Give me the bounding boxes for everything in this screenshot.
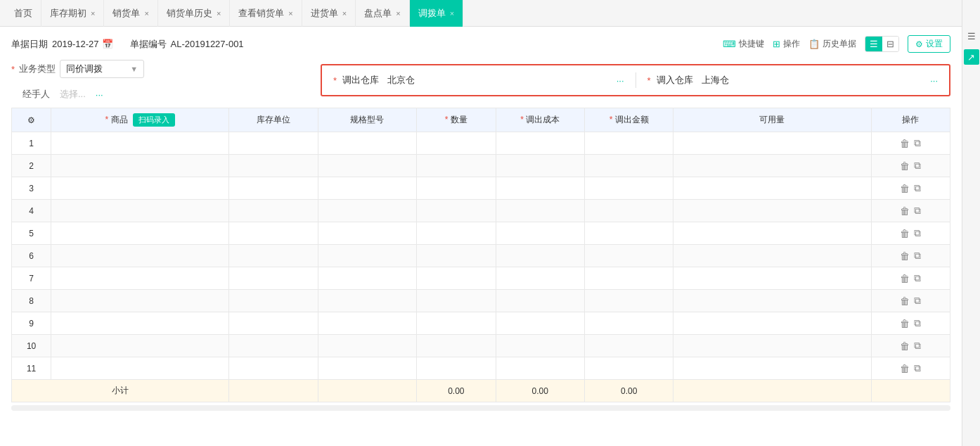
- row-9-delete-icon[interactable]: 🗑: [900, 318, 910, 329]
- row-4-unit[interactable]: [229, 200, 318, 222]
- row-6-copy-icon[interactable]: ⧉: [914, 250, 921, 262]
- row-8-delete-icon[interactable]: 🗑: [900, 295, 910, 307]
- row-7-amount[interactable]: [585, 267, 673, 290]
- row-3-qty[interactable]: [417, 177, 496, 200]
- horizontal-scrollbar[interactable]: [11, 405, 950, 411]
- row-7-product[interactable]: [51, 267, 229, 290]
- calendar-icon[interactable]: 📅: [102, 39, 113, 49]
- row-11-qty[interactable]: [417, 357, 496, 380]
- row-3-delete-icon[interactable]: 🗑: [900, 183, 910, 194]
- row-11-spec[interactable]: [318, 357, 417, 380]
- row-10-unit[interactable]: [229, 335, 318, 357]
- row-2-qty[interactable]: [417, 155, 496, 177]
- sidebar-list-icon[interactable]: ☰: [964, 28, 979, 44]
- row-5-unit[interactable]: [229, 222, 318, 245]
- layout-list-btn[interactable]: ☰: [865, 37, 882, 51]
- tab-close-transfer[interactable]: ×: [450, 9, 454, 18]
- row-6-cost[interactable]: [496, 245, 584, 267]
- row-7-unit[interactable]: [229, 267, 318, 290]
- row-9-product[interactable]: [51, 312, 229, 335]
- row-5-cost[interactable]: [496, 222, 584, 245]
- shortcut-link[interactable]: ⌨ 快捷键: [723, 38, 764, 50]
- row-9-qty[interactable]: [417, 312, 496, 335]
- agent-more-icon[interactable]: ···: [96, 89, 103, 100]
- row-2-amount[interactable]: [585, 155, 673, 177]
- row-6-spec[interactable]: [318, 245, 417, 267]
- table-settings-icon[interactable]: ⚙: [27, 115, 35, 125]
- row-1-qty[interactable]: [417, 132, 496, 155]
- row-4-qty[interactable]: [417, 200, 496, 222]
- row-1-unit[interactable]: [229, 132, 318, 155]
- row-11-unit[interactable]: [229, 357, 318, 380]
- row-2-delete-icon[interactable]: 🗑: [900, 160, 910, 172]
- row-4-copy-icon[interactable]: ⧉: [914, 205, 921, 217]
- sidebar-export-icon[interactable]: ↗: [964, 49, 979, 65]
- row-10-qty[interactable]: [417, 335, 496, 357]
- row-3-cost[interactable]: [496, 177, 584, 200]
- row-6-delete-icon[interactable]: 🗑: [900, 250, 910, 262]
- row-2-copy-icon[interactable]: ⧉: [914, 160, 921, 172]
- row-6-amount[interactable]: [585, 245, 673, 267]
- row-6-qty[interactable]: [417, 245, 496, 267]
- row-3-spec[interactable]: [318, 177, 417, 200]
- row-7-copy-icon[interactable]: ⧉: [914, 272, 921, 284]
- row-10-cost[interactable]: [496, 335, 584, 357]
- biz-type-select[interactable]: 同价调拨 ▼: [60, 60, 144, 78]
- row-8-qty[interactable]: [417, 290, 496, 312]
- tab-close-purchase[interactable]: ×: [342, 9, 347, 18]
- tab-sales-order[interactable]: 销货单 ×: [104, 0, 157, 27]
- tab-home[interactable]: 首页: [6, 0, 41, 27]
- row-1-delete-icon[interactable]: 🗑: [900, 138, 910, 149]
- out-warehouse-more-icon[interactable]: ···: [617, 75, 624, 86]
- row-2-spec[interactable]: [318, 155, 417, 177]
- agent-placeholder[interactable]: 选择...: [60, 88, 86, 101]
- row-1-amount[interactable]: [585, 132, 673, 155]
- history-link[interactable]: 📋 历史单据: [808, 38, 856, 50]
- th-settings[interactable]: ⚙: [12, 108, 51, 132]
- tab-sales-history[interactable]: 销货单历史 ×: [158, 0, 230, 27]
- row-5-delete-icon[interactable]: 🗑: [900, 228, 910, 239]
- row-10-copy-icon[interactable]: ⧉: [914, 340, 921, 352]
- row-4-product[interactable]: [51, 200, 229, 222]
- row-7-cost[interactable]: [496, 267, 584, 290]
- row-11-product[interactable]: [51, 357, 229, 380]
- row-5-amount[interactable]: [585, 222, 673, 245]
- row-2-cost[interactable]: [496, 155, 584, 177]
- row-10-amount[interactable]: [585, 335, 673, 357]
- row-5-spec[interactable]: [318, 222, 417, 245]
- settings-button[interactable]: ⚙ 设置: [908, 35, 950, 53]
- row-10-spec[interactable]: [318, 335, 417, 357]
- row-9-spec[interactable]: [318, 312, 417, 335]
- row-4-cost[interactable]: [496, 200, 584, 222]
- row-4-delete-icon[interactable]: 🗑: [900, 205, 910, 217]
- row-10-delete-icon[interactable]: 🗑: [900, 340, 910, 352]
- in-warehouse-more-icon[interactable]: ···: [930, 75, 938, 86]
- row-8-spec[interactable]: [318, 290, 417, 312]
- row-3-product[interactable]: [51, 177, 229, 200]
- row-6-product[interactable]: [51, 245, 229, 267]
- tab-close-sales-history[interactable]: ×: [217, 9, 221, 18]
- row-8-cost[interactable]: [496, 290, 584, 312]
- tab-close-view-sales[interactable]: ×: [288, 9, 292, 18]
- row-9-amount[interactable]: [585, 312, 673, 335]
- row-4-amount[interactable]: [585, 200, 673, 222]
- row-7-spec[interactable]: [318, 267, 417, 290]
- row-11-delete-icon[interactable]: 🗑: [900, 363, 910, 374]
- row-6-unit[interactable]: [229, 245, 318, 267]
- row-5-product[interactable]: [51, 222, 229, 245]
- tab-close-inventory-init[interactable]: ×: [91, 9, 95, 18]
- row-5-qty[interactable]: [417, 222, 496, 245]
- row-7-qty[interactable]: [417, 267, 496, 290]
- operate-link[interactable]: ⊞ 操作: [773, 38, 800, 50]
- row-11-amount[interactable]: [585, 357, 673, 380]
- row-11-cost[interactable]: [496, 357, 584, 380]
- tab-close-stocktake[interactable]: ×: [396, 9, 400, 18]
- row-1-spec[interactable]: [318, 132, 417, 155]
- row-2-product[interactable]: [51, 155, 229, 177]
- row-8-product[interactable]: [51, 290, 229, 312]
- row-3-copy-icon[interactable]: ⧉: [914, 182, 921, 194]
- row-9-cost[interactable]: [496, 312, 584, 335]
- tab-close-sales-order[interactable]: ×: [144, 9, 148, 18]
- row-9-copy-icon[interactable]: ⧉: [914, 317, 921, 329]
- layout-grid-btn[interactable]: ⊟: [882, 37, 898, 51]
